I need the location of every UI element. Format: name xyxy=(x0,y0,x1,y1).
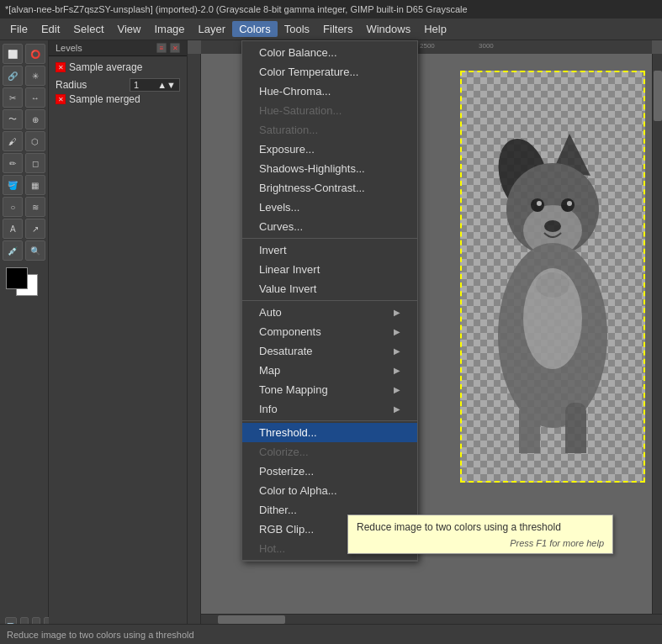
tool-pencil[interactable]: ✏ xyxy=(3,153,23,173)
tool-gradient[interactable]: ▦ xyxy=(25,175,45,195)
tool-row-9: A ↗ xyxy=(2,219,46,239)
menu-desaturate[interactable]: Desaturate ▶ xyxy=(242,341,417,361)
vscroll-thumb[interactable] xyxy=(654,71,662,121)
tool-fuzzy-select[interactable]: ✳ xyxy=(25,66,45,86)
tool-bucket[interactable]: 🪣 xyxy=(3,175,23,195)
menu-image[interactable]: Image xyxy=(147,21,191,37)
tool-row-8: ○ ≋ xyxy=(2,197,46,217)
tool-row-4: 〜 ⊕ xyxy=(2,109,46,129)
menu-color-temperature[interactable]: Color Temperature... xyxy=(242,62,417,82)
menu-brightness-contrast[interactable]: Brightness-Contrast... xyxy=(242,178,417,198)
radius-value: 1 xyxy=(134,80,139,90)
tool-eraser[interactable]: ◻ xyxy=(25,153,45,173)
tooltip-main-text: Reduce image to two colors using a thres… xyxy=(357,520,604,535)
threshold-tooltip: Reduce image to two colors using a thres… xyxy=(347,515,613,554)
tool-lasso[interactable]: 🔗 xyxy=(3,66,23,86)
menu-shadows-highlights[interactable]: Shadows-Highlights... xyxy=(242,159,417,178)
menu-saturation: Saturation... xyxy=(242,120,417,140)
menu-invert[interactable]: Invert xyxy=(242,240,417,260)
levels-panel-content: ✕ Sample average Radius 1 ▲▼ ✕ Sample me… xyxy=(49,56,187,113)
dog-overlay xyxy=(460,71,645,483)
menu-linear-invert[interactable]: Linear Invert xyxy=(242,260,417,279)
menu-edit[interactable]: Edit xyxy=(34,21,66,37)
svg-point-6 xyxy=(537,201,542,206)
panel-close-btn[interactable]: ✕ xyxy=(170,43,180,53)
menu-filters[interactable]: Filters xyxy=(316,21,359,37)
map-arrow: ▶ xyxy=(394,366,400,375)
tool-text[interactable]: A xyxy=(3,219,23,239)
tone-mapping-arrow: ▶ xyxy=(394,385,400,394)
sample-average-label: Sample average xyxy=(69,61,142,73)
menu-curves[interactable]: Curves... xyxy=(242,217,417,236)
tool-row-3: ✂ ↔ xyxy=(2,87,46,108)
menu-tools[interactable]: Tools xyxy=(278,21,316,37)
menu-value-invert[interactable]: Value Invert xyxy=(242,279,417,298)
svg-point-15 xyxy=(536,272,569,298)
menu-tone-mapping[interactable]: Tone Mapping ▶ xyxy=(242,380,417,399)
components-arrow: ▶ xyxy=(394,327,400,336)
menu-components[interactable]: Components ▶ xyxy=(242,322,417,341)
menu-info[interactable]: Info ▶ xyxy=(242,399,417,419)
hscroll-thumb[interactable] xyxy=(218,615,285,624)
foreground-color-swatch[interactable] xyxy=(6,267,28,289)
tool-row-10: 💉 🔍 xyxy=(2,240,46,261)
menu-threshold[interactable]: Threshold... xyxy=(242,423,417,442)
color-swatches[interactable] xyxy=(6,267,43,301)
menu-colors[interactable]: Colors xyxy=(232,21,278,37)
tool-zoom[interactable]: 🔍 xyxy=(25,240,45,261)
tool-handle[interactable]: ⊕ xyxy=(25,109,45,129)
tool-warp[interactable]: 〜 xyxy=(3,109,23,129)
menu-file[interactable]: File xyxy=(3,21,34,37)
tooltip-help-text: Press F1 for more help xyxy=(357,538,604,548)
tool-eyedropper[interactable]: 💉 xyxy=(3,240,23,261)
menu-levels[interactable]: Levels... xyxy=(242,198,417,217)
sample-average-checkbox[interactable]: ✕ xyxy=(56,62,66,72)
scrollbar-horizontal[interactable] xyxy=(201,614,662,624)
scrollbar-vertical[interactable] xyxy=(652,54,662,614)
menu-auto[interactable]: Auto ▶ xyxy=(242,303,417,322)
tool-row-6: ✏ ◻ xyxy=(2,153,46,173)
menu-posterize[interactable]: Posterize... xyxy=(242,462,417,481)
menu-bar: File Edit Select View Image Layer Colors… xyxy=(0,18,662,40)
menu-layer[interactable]: Layer xyxy=(192,21,233,37)
sample-merged-checkbox[interactable]: ✕ xyxy=(56,94,66,104)
tool-smudge[interactable]: ≋ xyxy=(25,197,45,217)
title-text: *[alvan-nee-brFsZ7qszSY-unsplash] (impor… xyxy=(5,4,468,14)
panel-icons-btn[interactable]: ≡ xyxy=(156,43,167,53)
tool-paint[interactable]: 🖌 xyxy=(3,131,23,151)
levels-panel-header: Levels ≡ ✕ xyxy=(49,40,187,56)
desaturate-arrow: ▶ xyxy=(394,346,400,356)
menu-color-to-alpha[interactable]: Color to Alpha... xyxy=(242,481,417,500)
tool-crop[interactable]: ✂ xyxy=(3,87,23,108)
tool-row-7: 🪣 ▦ xyxy=(2,175,46,195)
menu-exposure[interactable]: Exposure... xyxy=(242,140,417,159)
tool-heal[interactable]: ⬡ xyxy=(25,131,45,151)
menu-windows[interactable]: Windows xyxy=(359,21,417,37)
menu-map[interactable]: Map ▶ xyxy=(242,361,417,380)
ruler-mark-2500: 2500 xyxy=(420,42,435,50)
radius-input[interactable]: 1 ▲▼ xyxy=(130,78,180,92)
menu-colorize: Colorize... xyxy=(242,442,417,462)
menu-color-balance[interactable]: Color Balance... xyxy=(242,43,417,62)
status-bar: Reduce image to two colors using a thres… xyxy=(0,624,662,644)
colors-dropdown-menu: Color Balance... Color Temperature... Hu… xyxy=(241,40,418,562)
tool-rect-select[interactable]: ⬜ xyxy=(3,44,23,64)
radius-spinner[interactable]: ▲▼ xyxy=(157,80,176,90)
menu-help[interactable]: Help xyxy=(417,21,453,37)
tool-dodge[interactable]: ○ xyxy=(3,197,23,217)
ruler-vertical xyxy=(188,54,201,624)
levels-title: Levels xyxy=(56,43,82,53)
status-text: Reduce image to two colors using a thres… xyxy=(7,630,194,640)
tool-transform[interactable]: ↔ xyxy=(25,87,45,108)
menu-select[interactable]: Select xyxy=(66,21,110,37)
menu-hue-chroma[interactable]: Hue-Chroma... xyxy=(242,82,417,101)
sample-merged-row: ✕ Sample merged xyxy=(56,93,180,105)
sample-average-row: ✕ Sample average xyxy=(56,61,180,73)
sample-merged-label: Sample merged xyxy=(69,93,140,105)
tool-measure[interactable]: ↗ xyxy=(25,219,45,239)
menu-view[interactable]: View xyxy=(111,21,148,37)
tool-ellipse-select[interactable]: ⭕ xyxy=(25,44,45,64)
tool-row-1: ⬜ ⭕ xyxy=(2,44,46,64)
menu-hue-saturation: Hue-Saturation... xyxy=(242,101,417,120)
toolbox: ⬜ ⭕ 🔗 ✳ ✂ ↔ 〜 ⊕ 🖌 ⬡ ✏ ◻ 🪣 ▦ ○ ≋ xyxy=(0,40,49,644)
